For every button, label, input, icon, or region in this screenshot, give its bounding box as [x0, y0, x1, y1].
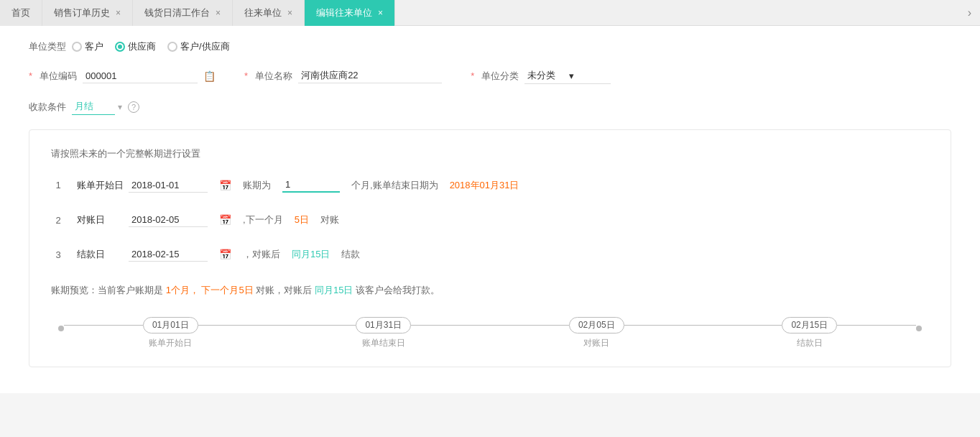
tab-edit-close[interactable]: × [378, 8, 383, 18]
radio-group: 客户 供应商 客户/供应商 [72, 40, 230, 53]
name-input[interactable] [298, 69, 442, 83]
preview-part2: 下一个月5日 [201, 285, 253, 295]
row1-desc-after: 个月,账单结束日期为 [351, 179, 438, 192]
tab-cash-close[interactable]: × [216, 8, 221, 18]
tab-partners-close[interactable]: × [287, 8, 292, 18]
timeline: 01月01日 账单开始日 01月31日 账单结束日 [51, 316, 929, 349]
code-name-category-row: * 单位编码 📋 * 单位名称 * 单位分类 未分类 ▾ [29, 68, 951, 84]
right-end-dot [916, 326, 922, 331]
tab-more-button[interactable]: › [959, 6, 980, 19]
radio-both[interactable]: 客户/供应商 [167, 40, 230, 53]
seg1: 01月01日 [64, 316, 277, 334]
panel-title: 请按照未来的一个完整帐期进行设置 [51, 147, 929, 160]
tabs-bar: 首页 销售订单历史 × 钱货日清工作台 × 往来单位 × 编辑往来单位 × › [0, 0, 980, 26]
radio-supplier-circle [115, 42, 125, 52]
seg3: 02月05日 [490, 316, 703, 334]
period-input[interactable] [282, 178, 340, 193]
reconcile-date-input[interactable] [129, 213, 208, 227]
seg4: 02月15日 [703, 316, 917, 334]
tab-home-label: 首页 [11, 6, 30, 19]
settlement-date-row: 3 结款日 📅 ，对账后 同月15日 结款 [51, 247, 929, 262]
name-group: * 单位名称 [244, 69, 442, 83]
preview-label: 账期预览：当前客户账期是 [51, 285, 163, 295]
timeline-node-1: 01月01日 账单开始日 [64, 316, 277, 349]
row1-highlight-date: 2018年01月31日 [450, 179, 519, 192]
unit-type-label: 单位类型 [29, 40, 66, 53]
code-input[interactable] [83, 69, 198, 83]
row3-label: 结款日 [77, 248, 117, 261]
row1-label: 账单开始日 [77, 179, 117, 192]
category-required: * [471, 70, 474, 81]
node4-badge: 02月15日 [782, 317, 837, 334]
payment-select-group: 月结 ▾ [72, 98, 122, 115]
node2-badge: 01月31日 [356, 317, 411, 334]
timeline-left-end [58, 316, 64, 331]
start-date-input[interactable] [129, 178, 208, 193]
radio-customer-circle [72, 42, 82, 52]
timeline-content: 01月01日 账单开始日 01月31日 账单结束日 [58, 316, 922, 349]
node3-badge: 02月05日 [569, 317, 624, 334]
settlement-date-calendar[interactable]: 📅 [219, 249, 231, 260]
payment-value: 月结 [72, 98, 115, 115]
settings-panel: 请按照未来的一个完整帐期进行设置 1 账单开始日 📅 账期为 个月,账单结束日期… [29, 129, 951, 367]
category-select[interactable]: 未分类 ▾ [524, 68, 611, 84]
category-value: 未分类 [527, 69, 566, 82]
tab-home[interactable]: 首页 [0, 0, 42, 26]
left-end-dot [58, 326, 64, 331]
timeline-right-end [916, 316, 922, 331]
reconcile-date-row: 2 对账日 📅 ,下一个月 5日 对账 [51, 213, 929, 227]
tab-cash-ledger[interactable]: 钱货日清工作台 × [133, 0, 233, 26]
row3-desc: ，对账后 [243, 248, 280, 261]
code-group: * 单位编码 📋 [29, 69, 216, 83]
tab-partners-label: 往来单位 [244, 6, 282, 19]
radio-both-circle [167, 42, 177, 52]
node2-label: 账单结束日 [362, 337, 405, 349]
settlement-date-input[interactable] [129, 247, 208, 262]
row2-desc: ,下一个月 [243, 213, 283, 226]
node3-label: 对账日 [583, 337, 609, 349]
payment-group: 收款条件 月结 ▾ ? [29, 98, 139, 115]
tab-edit-partner[interactable]: 编辑往来单位 × [305, 0, 395, 26]
row3-highlight-day: 同月15日 [292, 248, 330, 261]
radio-customer-label: 客户 [85, 40, 103, 53]
row2-label: 对账日 [77, 213, 117, 226]
category-group: * 单位分类 未分类 ▾ [471, 68, 611, 84]
timeline-node-2: 01月31日 账单结束日 [277, 316, 491, 349]
tab-sales-history[interactable]: 销售订单历史 × [42, 0, 133, 26]
tab-sales-label: 销售订单历史 [54, 6, 110, 19]
preview-text: 账期预览：当前客户账期是 1个月， 下一个月5日 对账，对账后 同月15日 该客… [51, 282, 929, 298]
row2-num: 2 [51, 215, 65, 226]
seg2: 01月31日 [277, 316, 491, 334]
tab-partners[interactable]: 往来单位 × [233, 0, 305, 26]
preview-part3: 对账，对账后 [256, 285, 312, 295]
row3-num: 3 [51, 249, 65, 260]
tab-cash-label: 钱货日清工作台 [144, 6, 210, 19]
reconcile-date-calendar[interactable]: 📅 [219, 214, 231, 226]
row2-highlight-day: 5日 [295, 213, 309, 226]
timeline-node-3: 02月05日 对账日 [490, 316, 703, 349]
row3-desc2: 结款 [341, 248, 360, 261]
code-label: 单位编码 [40, 70, 77, 83]
code-required: * [29, 70, 32, 81]
payment-label: 收款条件 [29, 101, 66, 114]
code-calendar-icon[interactable]: 📋 [203, 70, 216, 82]
start-date-row: 1 账单开始日 📅 账期为 个月,账单结束日期为 2018年01月31日 [51, 178, 929, 193]
unit-type-row: 单位类型 客户 供应商 客户/供应商 [29, 40, 951, 53]
timeline-node-4: 02月15日 结款日 [703, 316, 917, 349]
radio-supplier[interactable]: 供应商 [115, 40, 156, 53]
category-label: 单位分类 [481, 70, 519, 83]
start-date-calendar[interactable]: 📅 [219, 180, 231, 191]
preview-part5: 该客户会给我打款。 [356, 285, 440, 295]
row1-desc-before: 账期为 [243, 179, 271, 192]
tab-sales-close[interactable]: × [116, 8, 121, 18]
payment-arrow[interactable]: ▾ [118, 102, 122, 112]
node1-label: 账单开始日 [149, 337, 192, 349]
unit-type-group: 单位类型 客户 供应商 客户/供应商 [29, 40, 230, 53]
payment-help-icon[interactable]: ? [128, 101, 139, 113]
node1-badge: 01月01日 [143, 317, 198, 334]
radio-customer[interactable]: 客户 [72, 40, 103, 53]
name-label: 单位名称 [255, 70, 292, 83]
row1-num: 1 [51, 180, 65, 190]
row2-desc2: 对账 [320, 213, 339, 226]
main-content: 单位类型 客户 供应商 客户/供应商 * 单位编码 [0, 26, 980, 393]
